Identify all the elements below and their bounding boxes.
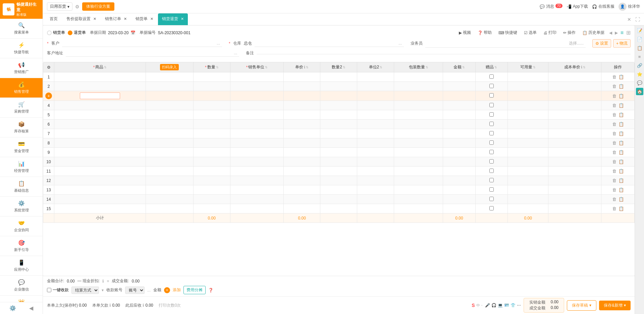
video-btn[interactable]: ▶ 视频: [457, 29, 473, 37]
copy-btn[interactable]: 📋: [619, 140, 624, 145]
calendar-icon[interactable]: 📅: [130, 30, 136, 35]
delete-btn[interactable]: 🗑: [612, 122, 616, 127]
close-tab-icon[interactable]: ✕: [626, 17, 633, 22]
qty-cell-3[interactable]: [193, 91, 230, 101]
delete-btn[interactable]: 🗑: [612, 112, 616, 117]
unit2-cell-2[interactable]: [357, 82, 394, 91]
sidebar-item-purchase[interactable]: 🛒 采购管理: [0, 98, 43, 118]
copy-btn[interactable]: 📋: [619, 122, 624, 127]
right-tool-link[interactable]: 🔗: [636, 62, 643, 69]
sidebar-item-wechat[interactable]: 💬 企业微信: [0, 276, 43, 296]
avail-cell-3[interactable]: [508, 91, 548, 101]
avail-cell-2[interactable]: [508, 82, 548, 91]
tab-sales-return[interactable]: 销货退货 ✕: [158, 13, 188, 25]
view-list-icon[interactable]: ≡: [621, 30, 624, 36]
product-cell-2[interactable]: [54, 82, 146, 91]
unit2-sort[interactable]: ⇅: [380, 66, 382, 69]
delete-btn[interactable]: 🗑: [612, 197, 616, 202]
pkg-cell-3[interactable]: [394, 91, 443, 101]
cost-sort[interactable]: ⇅: [583, 66, 586, 69]
avail-sort[interactable]: ⇅: [533, 66, 536, 69]
right-tool-chat[interactable]: 💬: [636, 79, 643, 86]
copy-btn[interactable]: 📋: [619, 206, 624, 211]
delete-btn-1[interactable]: 🗑: [612, 74, 616, 79]
delete-btn[interactable]: 🗑: [612, 131, 616, 136]
sidebar-item-operations[interactable]: 📊 经营管理: [0, 157, 43, 177]
radio-sale-btn[interactable]: [47, 30, 52, 35]
warehouse-input[interactable]: ...: [255, 40, 404, 47]
logistics-btn[interactable]: + 物流: [613, 39, 631, 48]
copy-btn[interactable]: 📋: [619, 150, 624, 155]
sidebar-item-inventory[interactable]: 📦 库存核算: [0, 118, 43, 137]
qty2-cell-1[interactable]: [320, 72, 357, 82]
copy-btn-2[interactable]: 📋: [619, 84, 624, 89]
pkg-cell-1[interactable]: [394, 72, 443, 82]
copy-btn[interactable]: 📋: [619, 112, 624, 117]
product-input-3[interactable]: [80, 92, 120, 99]
radio-sale[interactable]: 销货单: [47, 30, 65, 36]
delete-btn-2[interactable]: 🗑: [612, 84, 616, 89]
copy-btn[interactable]: 📋: [619, 178, 624, 183]
tab-close-order[interactable]: ✕: [124, 17, 127, 21]
price-sort[interactable]: ⇅: [306, 66, 309, 69]
industry-select[interactable]: 日用百货 ▾: [47, 2, 72, 11]
user-profile[interactable]: 👤 徐泽华: [619, 3, 640, 11]
copy-btn[interactable]: 📋: [619, 197, 624, 202]
amount-cell-1[interactable]: [443, 72, 475, 82]
sidebar-item-finance[interactable]: 💳 资金管理: [0, 137, 43, 157]
next-record-icon[interactable]: ▶: [615, 30, 618, 35]
shortcut-key-btn[interactable]: ⌨ 快捷键: [496, 29, 519, 37]
price-cell-1[interactable]: [284, 72, 320, 82]
delete-btn[interactable]: 🗑: [612, 169, 616, 174]
delete-btn[interactable]: 🗑: [612, 178, 616, 183]
tab-sales-order[interactable]: 销售订单 ✕: [101, 13, 131, 25]
sidebar-item-sales[interactable]: 💰 销售管理: [0, 78, 43, 98]
print-btn[interactable]: 🖨 打印: [541, 29, 558, 37]
th-gear[interactable]: ⚙: [43, 62, 54, 72]
qty-sort[interactable]: ⇅: [216, 66, 219, 69]
copy-btn[interactable]: 📋: [619, 169, 624, 174]
settings-btn[interactable]: ⚙ 设置: [592, 39, 611, 48]
tab-sales-bill[interactable]: 销货单 ✕: [131, 13, 157, 25]
extra-icon[interactable]: ⋯: [517, 303, 521, 308]
gift-cell-2[interactable]: [475, 82, 507, 91]
delete-btn[interactable]: 🗑: [612, 150, 616, 155]
shirt-icon[interactable]: 👕: [511, 303, 516, 308]
copy-btn-3[interactable]: 📋: [619, 93, 624, 99]
cost-cell-2[interactable]: [548, 82, 601, 91]
qty2-cell-3[interactable]: [320, 91, 357, 101]
add-account-btn[interactable]: +: [164, 287, 170, 293]
gift-sort[interactable]: ⇅: [494, 66, 497, 69]
add-row-btn[interactable]: +: [45, 92, 52, 99]
cost-info-icon[interactable]: ℹ: [581, 65, 582, 69]
sidebar-item-newbie[interactable]: 🎯 新手引导: [0, 236, 43, 256]
maximize-icon[interactable]: ⛶: [634, 17, 641, 22]
copy-btn[interactable]: 📋: [619, 131, 624, 136]
prev-record-icon[interactable]: ◀: [609, 30, 612, 35]
qty2-cell-2[interactable]: [320, 82, 357, 91]
sidebar-item-system[interactable]: ⚙️ 系统管理: [0, 197, 43, 216]
unit2-cell-3[interactable]: [357, 91, 394, 101]
save-new-btn[interactable]: 保存&新增 ▾: [599, 301, 631, 310]
sidebar-item-shortcut[interactable]: ⚡ 快捷导航: [0, 39, 43, 58]
product-cell-3[interactable]: [54, 91, 146, 101]
message-btn[interactable]: 💬 消息 70: [540, 4, 562, 9]
delete-btn[interactable]: 🗑: [612, 103, 616, 108]
right-tool-note3[interactable]: 📋: [636, 44, 643, 52]
tab-close-price[interactable]: ✕: [93, 17, 96, 21]
delete-btn[interactable]: 🗑: [612, 206, 616, 211]
payment-check[interactable]: [47, 288, 51, 292]
copy-btn[interactable]: 📋: [619, 103, 624, 108]
settings-icon[interactable]: ⚙️: [9, 305, 16, 311]
copy-btn-1[interactable]: 📋: [619, 74, 624, 79]
unit-cell-2[interactable]: [230, 82, 283, 91]
help-btn[interactable]: ❓ 帮助: [476, 29, 494, 37]
select-btn[interactable]: ☑ 选单: [522, 29, 539, 37]
calc-method-select[interactable]: 结算方式: [71, 287, 99, 294]
collapse-icon[interactable]: ◀: [29, 305, 33, 311]
qty-cell-2[interactable]: [193, 82, 230, 91]
unit-cell-1[interactable]: [230, 72, 283, 82]
online-service-btn[interactable]: 🎧 在线客服: [592, 4, 614, 9]
price-cell-2[interactable]: [284, 82, 320, 91]
tab-close-bill[interactable]: ✕: [150, 17, 153, 21]
